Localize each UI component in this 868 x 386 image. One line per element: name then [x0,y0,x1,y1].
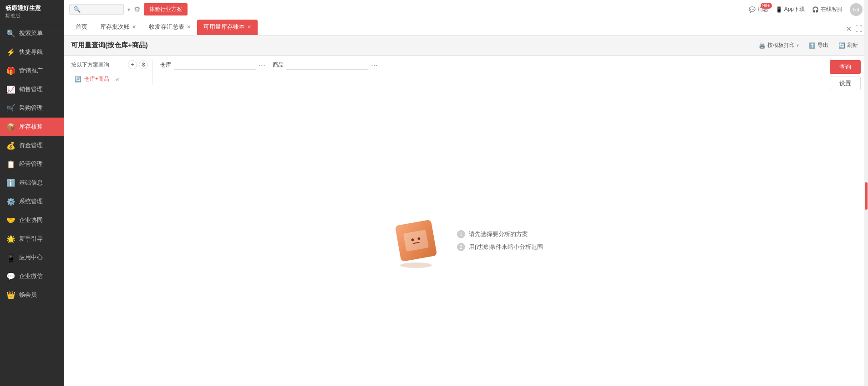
warehouse-more-icon[interactable]: ··· [259,61,265,69]
scheme-collapse-icon[interactable]: « [113,76,122,83]
filter-buttons: 查询 设置 [824,60,861,90]
edit-scheme-btn[interactable]: ⚙ [139,60,148,69]
sidebar-label-enterprise-wechat: 企业微信 [19,272,43,280]
refresh-btn[interactable]: 🔄 刷新 [836,40,861,51]
message-btn[interactable]: 💬 消息 99+ [749,5,768,13]
avatar: Rit [850,3,863,16]
box-eye-left [411,238,414,242]
tab-batch-ledger[interactable]: 库存批次账✕ [94,20,142,35]
box-eyes [411,237,421,241]
tab-label-available-ledger: 可用量库存账本 [203,23,245,31]
sidebar-icon-purchase-mgmt: 🛒 [6,104,15,113]
refresh-icon: 🔄 [838,42,845,49]
window-buttons: ✕ ⛶ [846,25,863,35]
sidebar-item-marketing-promo[interactable]: 🎁营销推广 [0,62,64,80]
tab-label-batch-ledger: 库存批次账 [100,23,130,31]
user-initial: Rit [853,7,859,12]
tip-text: 请先选择要分析的方案 [469,230,528,238]
headset-icon: 🎧 [812,6,819,13]
sidebar-item-vip-member[interactable]: 👑畅会员 [0,286,64,304]
scheme-title: 按以下方案查询 [71,61,109,69]
sidebar-item-new-guide[interactable]: 🌟新手引导 [0,230,64,248]
search-icon: 🔍 [73,6,81,13]
sidebar-icon-app-center: 📱 [6,253,15,262]
tab-receipt-summary[interactable]: 收发存汇总表✕ [142,20,197,35]
scheme-item-warehouse-goods[interactable]: 🔄 仓库+商品 [71,73,113,85]
warehouse-label: 仓库 [160,61,171,69]
sidebar-item-sales-mgmt[interactable]: 📈销售管理 [0,80,64,99]
industry-btn[interactable]: 体验行业方案 [144,3,188,15]
tab-close-available-ledger[interactable]: ✕ [247,24,251,30]
goods-input[interactable] [286,60,368,70]
topbar-gear-icon[interactable]: ⚙ [134,5,140,14]
sidebar-item-enterprise-wechat[interactable]: 💬企业微信 [0,267,64,286]
refresh-label: 刷新 [847,41,858,49]
sidebar-header: 畅康通好生意 标准版 [0,0,64,24]
sidebar-icon-operations-mgmt: 📋 [6,160,15,169]
main-area: 🔍 ▾ ⚙ 体验行业方案 💬 消息 99+ 📱 App下载 🎧 在线客服 R [64,0,868,386]
sidebar-label-enterprise-collab: 企业协同 [19,216,43,224]
scheme-actions: + ⚙ [128,60,148,69]
sidebar-item-operations-mgmt[interactable]: 📋经营管理 [0,155,64,174]
export-btn[interactable]: ⬆️ 导出 [806,40,831,51]
tab-close-batch-ledger[interactable]: ✕ [132,24,136,30]
tab-label-receipt-summary: 收发存汇总表 [149,23,184,31]
search-box[interactable]: 🔍 [69,4,124,15]
tip-number: 1 [457,230,465,238]
export-icon: ⬆️ [809,42,816,49]
sidebar-item-fund-mgmt[interactable]: 💰资金管理 [0,136,64,155]
empty-box-icon [395,220,437,262]
tab-label-home: 首页 [76,23,87,31]
empty-tip: 2用[过滤]条件来缩小分析范围 [457,243,543,251]
empty-illustration [389,213,443,268]
goods-field: 商品 ··· [273,60,378,70]
sidebar-label-search: 搜索菜单 [19,29,43,37]
sidebar-label-purchase-mgmt: 采购管理 [19,104,43,112]
settings-button[interactable]: 设置 [830,77,861,90]
close-window-btn[interactable]: ✕ [846,25,852,33]
scheme-header: 按以下方案查询 + ⚙ [71,60,148,69]
sidebar-item-inventory-calc[interactable]: 📦库存核算 [0,118,64,136]
search-chevron-icon[interactable]: ▾ [127,6,130,13]
box-eye-right [417,237,421,240]
print-chevron-icon: ▾ [797,43,799,48]
filter-fields: 仓库 ··· 商品 ··· [153,60,824,70]
sidebar-item-basic-info[interactable]: ℹ️基础信息 [0,174,64,192]
sidebar-label-basic-info: 基础信息 [19,179,43,187]
add-scheme-btn[interactable]: + [128,60,137,69]
warehouse-input[interactable] [174,60,256,70]
sidebar-icon-fund-mgmt: 💰 [6,141,15,150]
maximize-window-btn[interactable]: ⛶ [855,25,863,33]
tip-number: 2 [457,243,465,251]
sidebar-label-sales-mgmt: 销售管理 [19,85,43,93]
empty-tips: 1请先选择要分析的方案2用[过滤]条件来缩小分析范围 [457,230,543,251]
box-mouth [413,242,420,244]
right-scrollbar[interactable] [864,0,868,386]
sidebar-item-enterprise-collab[interactable]: 🤝企业协同 [0,211,64,230]
sidebar-item-shortcut[interactable]: ⚡快捷导航 [0,43,64,62]
goods-more-icon[interactable]: ··· [371,61,378,69]
sidebar: 畅康通好生意 标准版 🔍搜索菜单⚡快捷导航🎁营销推广📈销售管理🛒采购管理📦库存核… [0,0,64,386]
print-btn[interactable]: 🖨️ 按模板打印 ▾ [756,40,802,51]
filter-area: 按以下方案查询 + ⚙ 🔄 仓库+商品 « 仓库 [64,56,868,95]
customer-service-btn[interactable]: 🎧 在线客服 [812,5,843,13]
scheme-icon: 🔄 [75,76,81,82]
tab-available-ledger[interactable]: 可用量库存账本✕ [197,20,258,35]
tab-home[interactable]: 首页 [69,20,94,35]
app-download-btn[interactable]: 📱 App下载 [776,5,805,13]
sidebar-item-search[interactable]: 🔍搜索菜单 [0,24,64,43]
message-badge: 99+ [761,3,772,9]
sidebar-item-system-mgmt[interactable]: ⚙️系统管理 [0,192,64,211]
sidebar-item-app-center[interactable]: 📱应用中心 [0,248,64,267]
empty-shadow [400,262,432,268]
sidebar-item-purchase-mgmt[interactable]: 🛒采购管理 [0,99,64,118]
sidebar-label-shortcut: 快捷导航 [19,48,43,56]
sidebar-icon-marketing-promo: 🎁 [6,67,15,75]
user-avatar[interactable]: Rit [850,3,863,16]
query-button[interactable]: 查询 [830,60,861,74]
app-download-icon: 📱 [776,6,782,13]
search-input[interactable] [82,6,119,13]
scrollbar-thumb [865,182,868,210]
tabbar: 首页库存批次账✕收发存汇总表✕可用量库存账本✕ ✕ ⛶ [64,19,868,36]
tab-close-receipt-summary[interactable]: ✕ [187,24,191,30]
